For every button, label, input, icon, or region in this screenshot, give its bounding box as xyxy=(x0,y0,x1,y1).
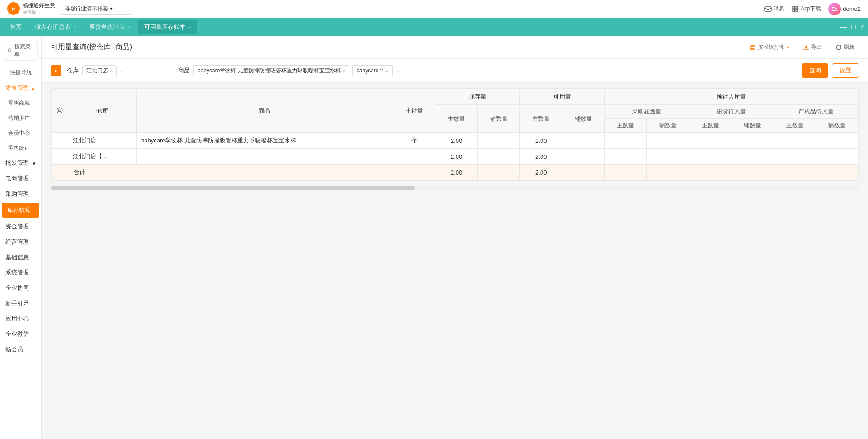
sidebar-section-purchase[interactable]: 采购管理 xyxy=(0,186,41,202)
product-tag1[interactable]: babycare学饮杯 儿童防摔防撞吸管杯重力球吸嘴杯宝宝水杯 × xyxy=(193,65,349,76)
total-stock-main: 2.00 xyxy=(435,165,478,180)
top-bar-left: 好 畅捷通好生意 标准版 母婴行业演示账套 ▾ xyxy=(7,2,132,15)
row2-fp-main xyxy=(774,149,816,165)
row1-unit: 个 xyxy=(393,133,435,149)
sidebar-item-marketing[interactable]: 营销推广 xyxy=(0,111,41,126)
row2-warehouse: 江北门店【... xyxy=(68,149,137,165)
filter-toggle-btn[interactable]: » xyxy=(51,65,61,76)
product-tag1-text: babycare学饮杯 儿童防摔防撞吸管杯重力球吸嘴杯宝宝水杯 xyxy=(198,67,341,75)
table-row: 江北门店 babycare学饮杯 儿童防摔防撞吸管杯重力球吸嘴杯宝宝水杯 个 2… xyxy=(52,133,859,149)
sidebar-section-system[interactable]: 系统管理 xyxy=(0,265,41,280)
content-area: 可用量查询(按仓库+商品) 按模板打印 ▾ 导出 xyxy=(42,36,868,439)
product-ellipsis[interactable]: ... xyxy=(396,67,400,74)
print-dropdown-icon: ▾ xyxy=(787,44,789,51)
row1-stock-aux xyxy=(477,133,520,149)
product-tag2[interactable]: babycare？... xyxy=(352,65,392,76)
tab-bar-actions: — □ × xyxy=(840,23,864,31)
export-btn[interactable]: 导出 xyxy=(798,42,826,53)
sidebar-member-label: 会员中心 xyxy=(8,130,30,136)
sidebar-section-newbie[interactable]: 新手引导 xyxy=(0,296,41,311)
tab-receive-send-close[interactable]: × xyxy=(73,24,76,30)
tab-close-all-btn[interactable]: × xyxy=(860,23,864,31)
total-label: 合计 xyxy=(68,165,435,180)
warehouse-tag[interactable]: 江北门店 × xyxy=(82,65,117,76)
row2-product xyxy=(137,149,393,165)
product-label: 商品 xyxy=(178,66,190,75)
sidebar-search[interactable]: 搜索菜单 xyxy=(0,36,41,65)
sidebar-section-retail[interactable]: 零售管理 ▲ xyxy=(0,80,41,96)
warehouse-tag-text: 江北门店 xyxy=(86,67,108,75)
avatar: Ea xyxy=(828,3,841,15)
tab-maximize-btn[interactable]: □ xyxy=(851,23,856,31)
refresh-label: 刷新 xyxy=(844,43,854,51)
horizontal-scrollbar[interactable] xyxy=(51,186,859,190)
col-avail-aux-header: 辅数量 xyxy=(562,105,605,133)
query-btn[interactable]: 查询 xyxy=(802,63,828,78)
table-row: 江北门店【... 2.00 2.00 xyxy=(52,149,859,165)
tab-home[interactable]: 首页 xyxy=(4,20,28,34)
col-fp-main-header: 主数量 xyxy=(774,119,816,133)
row2-iw-aux xyxy=(731,149,774,165)
message-btn[interactable]: 消息 xyxy=(764,5,784,13)
sidebar-section-wholesale[interactable]: 批发管理 ▾ xyxy=(0,156,41,171)
row1-avail-aux xyxy=(562,133,605,149)
total-iw-main xyxy=(689,165,731,180)
total-fp-main xyxy=(774,165,816,180)
tab-requisition-stat-close[interactable]: × xyxy=(127,24,130,30)
sidebar-section-operations[interactable]: 经营管理 xyxy=(0,234,41,250)
sidebar-section-finance[interactable]: 资金管理 xyxy=(0,219,41,234)
refresh-btn[interactable]: 刷新 xyxy=(831,42,859,53)
table-body: 江北门店 babycare学饮杯 儿童防摔防撞吸管杯重力球吸嘴杯宝宝水杯 个 2… xyxy=(52,133,859,165)
col-iw-aux-header: 辅数量 xyxy=(731,119,774,133)
col-finished-header: 产成品待入量 xyxy=(774,105,858,119)
svg-rect-4 xyxy=(796,6,798,9)
print-btn[interactable]: 按模板打印 ▾ xyxy=(745,42,794,53)
sidebar-item-quick-nav[interactable]: 快捷导航 xyxy=(0,65,41,80)
sidebar-item-retail-mall[interactable]: 零售商城 xyxy=(0,96,41,111)
user-btn[interactable]: Ea demo2 xyxy=(828,3,861,15)
warehouse-ellipsis[interactable]: ... xyxy=(119,67,124,74)
sidebar-section-inventory[interactable]: 库存核算 xyxy=(2,203,39,218)
col-pt-aux-header: 辅数量 xyxy=(647,119,689,133)
sidebar-section-ecommerce[interactable]: 电商管理 xyxy=(0,171,41,186)
app-download-btn[interactable]: App下载 xyxy=(792,5,821,13)
sidebar-system-label: 系统管理 xyxy=(5,269,29,277)
svg-rect-6 xyxy=(796,9,798,12)
tab-receive-send[interactable]: 收发存汇总表 × xyxy=(29,20,82,34)
scrollbar-thumb[interactable] xyxy=(51,186,415,190)
message-label: 消息 xyxy=(774,5,784,13)
col-settings-icon[interactable] xyxy=(56,107,63,114)
logo-text-block: 畅捷通好生意 标准版 xyxy=(23,2,55,15)
row2-stock-aux xyxy=(477,149,520,165)
sidebar-section-vip[interactable]: 畅会员 xyxy=(0,342,41,357)
sidebar-inventory-label: 库存核算 xyxy=(7,206,31,214)
product-tag1-remove[interactable]: × xyxy=(343,68,345,73)
sidebar-section-enterprise[interactable]: 企业协同 xyxy=(0,280,41,296)
tenant-selector[interactable]: 母婴行业演示账套 ▾ xyxy=(60,3,132,15)
tab-receive-send-label: 收发存汇总表 xyxy=(35,23,71,31)
sidebar-section-wecom[interactable]: 企业微信 xyxy=(0,326,41,342)
col-settings-header xyxy=(52,89,68,133)
sidebar-item-member[interactable]: 会员中心 xyxy=(0,126,41,141)
tab-available-inventory-close[interactable]: × xyxy=(188,24,191,30)
sidebar-wecom-label: 企业微信 xyxy=(5,330,29,338)
row1-fp-main xyxy=(774,133,816,149)
warehouse-tag-remove[interactable]: × xyxy=(110,68,113,73)
tab-minimize-btn[interactable]: — xyxy=(840,23,847,31)
logo-icon: 好 xyxy=(7,2,20,15)
sidebar-search-inner[interactable]: 搜索菜单 xyxy=(4,41,38,61)
sidebar-section-basic[interactable]: 基础信息 xyxy=(0,250,41,265)
settings-btn[interactable]: 设置 xyxy=(832,63,859,78)
filter-product-group: 商品 babycare学饮杯 儿童防摔防撞吸管杯重力球吸嘴杯宝宝水杯 × bab… xyxy=(178,65,400,76)
sidebar-section-appstore[interactable]: 应用中心 xyxy=(0,311,41,326)
tab-requisition-stat[interactable]: 要货单统计表 × xyxy=(83,20,137,34)
product-tag2-text: babycare？... xyxy=(356,67,388,75)
col-stock-aux-header: 辅数量 xyxy=(477,105,520,133)
col-avail-header: 可用量 xyxy=(520,89,604,105)
col-product-header: 商品 xyxy=(137,89,393,133)
table-container: 仓库 商品 主计量 现存量 可用量 预计入库量 主数量 辅数量 主数量 辅数量 … xyxy=(51,88,859,181)
sidebar-item-retail-stat[interactable]: 零售统计 xyxy=(0,141,41,156)
tab-available-inventory[interactable]: 可用量库存账本 × xyxy=(138,20,197,34)
total-fp-aux xyxy=(816,165,859,180)
col-index-header: 仓库 xyxy=(68,89,137,133)
